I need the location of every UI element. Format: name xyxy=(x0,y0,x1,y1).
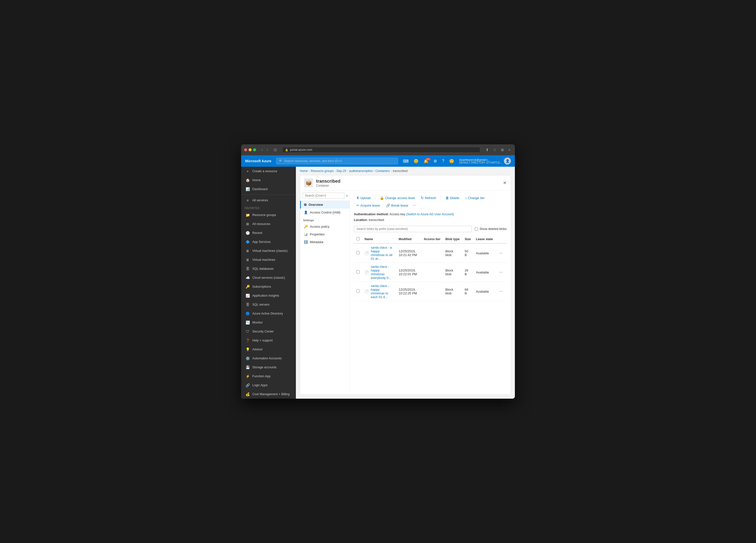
sidebar-item-all-resources[interactable]: ⊞All resources xyxy=(241,219,296,228)
close-tl[interactable] xyxy=(244,148,247,151)
row-more-button-1[interactable]: ··· xyxy=(498,270,504,275)
new-tab-button[interactable]: + xyxy=(507,147,512,152)
row-lease-state-2: Available xyxy=(474,282,495,301)
notifications-button[interactable]: 🔔 20+ xyxy=(422,158,431,164)
sidebar-item-app-services[interactable]: 🔷App Services xyxy=(241,237,296,246)
sidebar-item-resource-groups[interactable]: 📁Resource groups xyxy=(241,211,296,219)
row-access-tier-1 xyxy=(421,263,443,282)
sidebar-item-app-insights[interactable]: 📈Application Insights xyxy=(241,291,296,300)
left-nav-iam[interactable]: 👤 Access Control (IAM) xyxy=(300,209,350,216)
breadcrumb-day25[interactable]: Day-25 xyxy=(336,169,346,173)
sidebar-item-automation[interactable]: ⚙️Automation Accounts xyxy=(241,354,296,363)
sidebar-item-monitor[interactable]: 📉Monitor xyxy=(241,318,296,327)
minimize-tl[interactable] xyxy=(249,148,252,151)
row-checkbox-1[interactable] xyxy=(356,270,360,273)
user-info[interactable]: stuartleaveruk@gmail.c... DEFAULT DIRECT… xyxy=(459,158,511,164)
global-search-bar[interactable]: 🔍 xyxy=(276,158,398,164)
bookmark-button[interactable]: ☆ xyxy=(492,147,498,152)
sidebar-item-aad[interactable]: 🔵Azure Active Directory xyxy=(241,309,296,318)
forward-button[interactable]: › xyxy=(265,147,270,152)
refresh-button[interactable]: ↻ Refresh xyxy=(418,195,439,201)
sidebar-item-logic-apps[interactable]: 🔗Logic Apps xyxy=(241,381,296,390)
sidebar-item-sql-databases[interactable]: 🗄SQL databases xyxy=(241,264,296,273)
sidebar-label-cost-mgmt: Cost Management + Billing xyxy=(252,392,290,396)
sidebar-item-all-services[interactable]: ≡All services xyxy=(241,196,296,205)
help-button[interactable]: ? xyxy=(440,158,446,164)
select-all-checkbox[interactable] xyxy=(356,237,360,240)
row-checkbox-cell-0 xyxy=(354,243,362,263)
sidebar-item-vm[interactable]: 🖥Virtual machines xyxy=(241,255,296,264)
back-button[interactable]: ‹ xyxy=(260,147,264,152)
sidebar-item-security-center[interactable]: 🛡Security Center xyxy=(241,327,296,336)
sidebar-item-sql-servers[interactable]: 🗄SQL servers xyxy=(241,300,296,309)
table-row: 📄 santa claus - happy christmas to each … xyxy=(354,282,507,301)
resource-title: transcribed xyxy=(316,179,340,184)
blob-name-2[interactable]: santa claus - happy christmas to each 01… xyxy=(371,284,394,299)
blob-search-input[interactable] xyxy=(354,226,472,232)
upload-icon: ⬆ xyxy=(356,196,359,200)
sidebar-item-advisor[interactable]: 💡Advisor xyxy=(241,345,296,354)
row-checkbox-0[interactable] xyxy=(356,251,360,254)
row-name-2: 📄 santa claus - happy christmas to each … xyxy=(362,282,396,301)
change-access-button[interactable]: 🔒 Change access level xyxy=(377,195,417,201)
breadcrumb-home[interactable]: Home xyxy=(300,169,308,173)
left-nav-collapse-button[interactable]: « xyxy=(346,194,348,198)
global-search-input[interactable] xyxy=(284,159,395,163)
sidebar-item-function-app[interactable]: ⚡Function App xyxy=(241,372,296,381)
sidebar-item-create[interactable]: +Create a resource xyxy=(241,167,296,176)
blob-name-1[interactable]: santa claus - happy christmas everybody … xyxy=(371,265,394,280)
feedback-smiley-button[interactable]: 🙂 xyxy=(447,158,456,164)
left-nav-search-input[interactable] xyxy=(303,193,344,199)
sidebar-label-storage: Storage accounts xyxy=(252,366,276,369)
tabs-button[interactable]: ⊞ xyxy=(499,147,505,152)
breadcrumb-containers[interactable]: audiotranscription - Containers xyxy=(349,169,390,173)
address-bar[interactable]: 🔒 portal.azure.com xyxy=(282,147,480,153)
sidebar-item-help-support[interactable]: ❓Help + support xyxy=(241,336,296,345)
row-modified-0: 12/25/2019, 10:21:42 PM xyxy=(396,243,421,263)
break-lease-button[interactable]: 🔗 Break lease xyxy=(383,202,411,209)
sidebar-item-recent[interactable]: 🕐Recent xyxy=(241,228,296,237)
delete-icon: 🗑 xyxy=(445,196,449,200)
left-nav-properties[interactable]: 📊 Properties xyxy=(300,230,350,238)
left-nav-overview[interactable]: ⊞ Overview xyxy=(300,201,350,209)
sidebar-label-cloud-services: Cloud services (classic) xyxy=(252,276,285,279)
sidebar-item-vm-classic[interactable]: 🖥Virtual machines (classic) xyxy=(241,246,296,255)
feedback-button[interactable]: 😊 xyxy=(412,158,421,164)
cloud-shell-button[interactable]: ⌨ xyxy=(401,158,411,164)
row-more-button-2[interactable]: ··· xyxy=(498,289,504,294)
delete-button[interactable]: 🗑 Delete xyxy=(443,195,462,201)
sidebar-item-home[interactable]: 🏠Home xyxy=(241,176,296,185)
tab-switcher[interactable]: ⊡ xyxy=(272,147,278,152)
sidebar-item-dashboard[interactable]: 📊Dashboard xyxy=(241,185,296,194)
iam-label: Access Control (IAM) xyxy=(310,211,340,214)
table-row: 📄 santa claus - a happy christmas to all… xyxy=(354,243,507,263)
blob-name-0[interactable]: santa claus - a happy christmas to all 0… xyxy=(371,246,394,261)
metadata-label: Metadata xyxy=(310,240,323,244)
left-nav-metadata[interactable]: ℹ️ Metadata xyxy=(300,238,350,246)
acquire-lease-button[interactable]: ✂ Acquire lease xyxy=(354,202,382,209)
more-options-button[interactable]: ··· xyxy=(412,202,417,209)
left-nav-access-policy[interactable]: 🔑 Access policy xyxy=(300,223,350,230)
share-button[interactable]: ⬆ xyxy=(484,147,490,152)
sidebar-item-storage[interactable]: 💾Storage accounts xyxy=(241,363,296,372)
upload-button[interactable]: ⬆ Upload xyxy=(354,195,373,201)
breadcrumb-resource-groups[interactable]: Resource groups xyxy=(311,169,333,173)
sidebar-icon-cloud-services: ☁️ xyxy=(245,275,250,280)
sidebar-label-all-services: All services xyxy=(252,199,268,202)
switch-auth-link[interactable]: (Switch to Azure AD User Account) xyxy=(406,213,454,216)
close-panel-button[interactable]: ✕ xyxy=(503,180,507,186)
sidebar-item-cost-mgmt[interactable]: 💰Cost Management + Billing xyxy=(241,390,296,399)
row-checkbox-2[interactable] xyxy=(356,289,360,293)
change-tier-button[interactable]: ↕ Change tier xyxy=(463,195,487,201)
fullscreen-tl[interactable] xyxy=(253,148,256,151)
show-deleted-checkbox[interactable] xyxy=(475,227,478,231)
row-size-2: 68 B xyxy=(462,282,473,301)
change-access-label: Change access level xyxy=(385,196,415,200)
user-avatar[interactable]: 👤 xyxy=(504,158,511,164)
settings-button[interactable]: ⚙ xyxy=(432,158,439,164)
sidebar-item-subscriptions[interactable]: 🔑Subscriptions xyxy=(241,282,296,291)
sidebar-item-cloud-services[interactable]: ☁️Cloud services (classic) xyxy=(241,273,296,282)
sidebar-divider xyxy=(241,195,296,195)
row-more-button-0[interactable]: ··· xyxy=(498,250,504,256)
change-tier-label: Change tier xyxy=(468,196,485,200)
